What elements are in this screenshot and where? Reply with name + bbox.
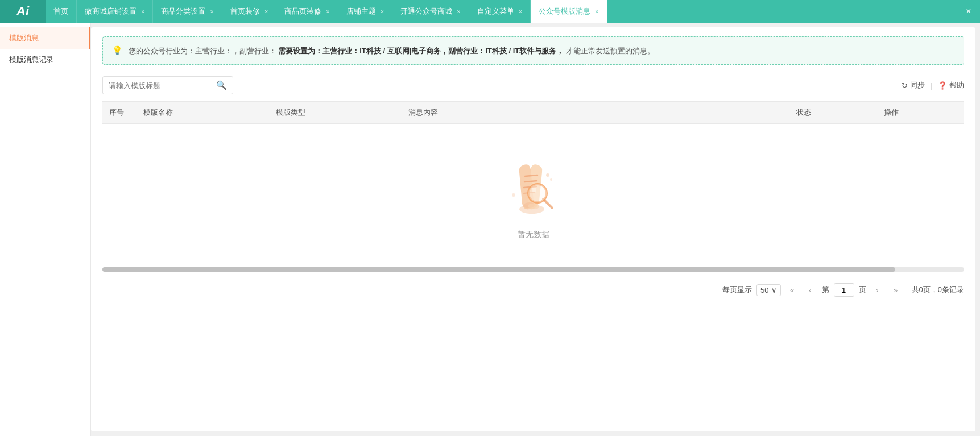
close-all-tabs-button[interactable]: × <box>957 0 980 23</box>
nav-item-close-homepage-decoration[interactable]: × <box>264 8 268 15</box>
content-area: 💡 您的公众号行业为：主营行业：，副营行业： 需要设置为：主营行业：IT科技 /… <box>91 27 975 431</box>
col-header-content: 消息内容 <box>402 102 789 124</box>
help-label: 帮助 <box>949 80 964 90</box>
sidebar: 模版消息模版消息记录 <box>0 23 91 436</box>
sync-icon: ↻ <box>902 81 908 90</box>
nav-item-open-wechat-mall[interactable]: 开通公众号商城× <box>392 0 469 23</box>
search-input[interactable] <box>103 78 210 93</box>
page-number-input[interactable] <box>834 283 854 297</box>
divider: | <box>931 81 932 90</box>
help-icon: ❓ <box>938 81 947 90</box>
nav-item-wshop-settings[interactable]: 微商城店铺设置× <box>77 0 153 23</box>
page-label: 第 <box>822 285 829 295</box>
next-page-button[interactable]: › <box>871 283 884 297</box>
col-header-type: 模版类型 <box>269 102 402 124</box>
notice-highlight: 需要设置为：主营行业：IT科技 / 互联网|电子商务，副营行业：IT科技 / I… <box>278 47 564 55</box>
horizontal-scrollbar[interactable] <box>102 267 964 272</box>
empty-text: 暂无数据 <box>518 230 549 240</box>
svg-point-7 <box>528 184 547 202</box>
empty-illustration <box>502 158 565 221</box>
scrollbar-thumb[interactable] <box>102 267 895 272</box>
notice-box: 💡 您的公众号行业为：主营行业：，副营行业： 需要设置为：主营行业：IT科技 /… <box>102 36 964 65</box>
col-header-name: 模版名称 <box>137 102 269 124</box>
page-size-chevron: ∨ <box>771 286 777 294</box>
sync-label: 同步 <box>910 80 925 90</box>
col-header-seq: 序号 <box>102 102 137 124</box>
last-page-button[interactable]: » <box>889 283 903 297</box>
nav-item-category-settings[interactable]: 商品分类设置× <box>153 0 222 23</box>
prev-page-button[interactable]: ‹ <box>804 283 817 297</box>
main-layout: 模版消息模版消息记录 💡 您的公众号行业为：主营行业：，副营行业： 需要设置为：… <box>0 23 980 436</box>
search-right-actions: ↻ 同步 | ❓ 帮助 <box>902 80 964 90</box>
help-button[interactable]: ❓ 帮助 <box>938 80 964 90</box>
nav-item-custom-menu[interactable]: 自定义菜单× <box>469 0 531 23</box>
pagination-summary: 共0页，0条记录 <box>912 285 964 295</box>
nav-item-shop-theme[interactable]: 店铺主题× <box>338 0 392 23</box>
app-logo: Ai <box>0 0 46 23</box>
notice-suffix: 才能正常发送预置的消息。 <box>566 47 655 55</box>
page-size-value: 50 <box>760 286 768 294</box>
nav-item-homepage-decoration[interactable]: 首页装修× <box>222 0 276 23</box>
notice-prefix: 您的公众号行业为：主营行业：，副营行业： <box>129 47 276 55</box>
svg-point-12 <box>550 178 552 181</box>
nav-item-close-wshop-settings[interactable]: × <box>141 8 144 15</box>
page-size-label: 每页显示 <box>722 285 752 295</box>
sidebar-item-template-msg-record[interactable]: 模版消息记录 <box>0 49 90 70</box>
page-size-select[interactable]: 50 ∨ <box>756 284 780 296</box>
sync-button[interactable]: ↻ 同步 <box>902 80 925 90</box>
search-button[interactable]: 🔍 <box>210 77 233 94</box>
notice-icon: 💡 <box>112 45 123 55</box>
page-suffix: 页 <box>859 285 866 295</box>
nav-item-close-category-settings[interactable]: × <box>210 8 213 15</box>
nav-item-close-shop-theme[interactable]: × <box>381 8 384 15</box>
nav-item-close-product-decoration[interactable]: × <box>326 8 329 15</box>
svg-point-13 <box>512 193 515 197</box>
col-header-action: 操作 <box>877 102 964 124</box>
empty-state: 暂无数据 <box>102 124 964 263</box>
nav-item-close-wechat-template-msg[interactable]: × <box>595 8 598 15</box>
top-nav: Ai 首页微商城店铺设置×商品分类设置×首页装修×商品页装修×店铺主题×开通公众… <box>0 0 980 23</box>
nav-item-home[interactable]: 首页 <box>46 0 77 23</box>
svg-point-11 <box>546 173 549 177</box>
search-bar: 🔍 ↻ 同步 | ❓ 帮助 <box>102 76 964 94</box>
nav-item-close-open-wechat-mall[interactable]: × <box>457 8 460 15</box>
pagination: 每页显示 50 ∨ « ‹ 第 页 › » 共0页，0条记录 <box>102 281 964 299</box>
first-page-button[interactable]: « <box>785 283 799 297</box>
nav-item-product-decoration[interactable]: 商品页装修× <box>276 0 338 23</box>
sidebar-item-template-msg[interactable]: 模版消息 <box>0 27 90 49</box>
nav-item-wechat-template-msg[interactable]: 公众号模版消息× <box>531 0 607 23</box>
search-field-container: 🔍 <box>102 76 233 94</box>
nav-item-close-custom-menu[interactable]: × <box>519 8 522 15</box>
svg-point-8 <box>532 188 536 192</box>
data-table: 序号模版名称模版类型消息内容状态操作 <box>102 101 964 263</box>
col-header-status: 状态 <box>789 102 876 124</box>
